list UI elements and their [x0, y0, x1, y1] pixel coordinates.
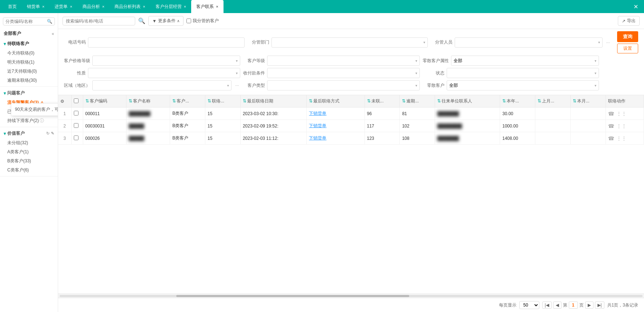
action-contact-icon-1[interactable]: ☎ [608, 111, 614, 117]
advanced-filter-panel: 电话号码 分管部门 ▾ 分管人员 ▾ ··· [58, 29, 644, 95]
action-more-icon-3[interactable]: ⋮⋮ [616, 135, 627, 141]
prev-page-button[interactable]: ◀ [553, 301, 562, 309]
sidebar-all-customers[interactable]: 全部客户 « [0, 28, 58, 39]
horizontal-scrollbar[interactable] [58, 293, 644, 298]
tab-purchase-order[interactable]: 进货单 × [49, 0, 77, 13]
th-code[interactable]: ⇅客户编码 [83, 95, 126, 108]
row-checkbox-1[interactable] [71, 108, 83, 120]
sidebar-item-declining[interactable]: 持续下滑客户(2) ⓘ [0, 116, 58, 125]
payment-arrow: ▾ [415, 71, 417, 75]
th-last-month[interactable]: ⇅上月... [535, 95, 571, 108]
sidebar-group-problem-header[interactable]: ▾ 问题客户 [0, 88, 58, 98]
th-this-year[interactable]: ⇅本年... [500, 95, 535, 108]
th-contact[interactable]: ⇅联络... [205, 95, 241, 108]
row-no-contact-1: 96 [365, 108, 400, 120]
export-button[interactable]: ↗ 导出 [618, 16, 640, 26]
next-page-button[interactable]: ▶ [585, 301, 593, 309]
sidebar-item-ungrouped[interactable]: 未分组(32) [0, 138, 58, 147]
scatter-attr-select[interactable]: 全部 ▾ [451, 56, 599, 66]
price-grade-select[interactable]: ▾ [92, 56, 240, 66]
sidebar-item-c-class[interactable]: C类客户(6) [0, 166, 58, 175]
th-no-contact[interactable]: ⇅未联... [365, 95, 400, 108]
sidebar-item-tomorrow-pending[interactable]: 明天待联络(1) [0, 58, 58, 67]
sidebar-item-b-class[interactable]: B类客户(33) [0, 157, 58, 166]
data-table: ⚙ ⇅客户编码 ⇅客户名称 ⇅客户... [58, 95, 644, 145]
row-overdue-3: 108 [400, 132, 435, 145]
customer-grade-select[interactable]: ▾ [267, 56, 419, 66]
row-last-method-2[interactable]: 下销货单 [307, 120, 365, 132]
region-select[interactable]: ▾ [92, 80, 232, 90]
sidebar-search-box[interactable]: 🔍 [3, 17, 55, 25]
scatter-customer-select[interactable]: 全部 ▾ [447, 80, 599, 90]
page-size-select[interactable]: 50 20 100 [519, 301, 539, 309]
tab-product-analysis-list[interactable]: 商品分析列表 × [109, 0, 150, 13]
more-conditions-button[interactable]: ▼ 更多条件 ∧ [148, 16, 184, 26]
manager-dots[interactable]: ··· [605, 40, 611, 45]
code-sort-icon: ⇅ [85, 98, 89, 104]
sidebar-item-7days-pending[interactable]: 近7天待联络(0) [0, 67, 58, 76]
th-this-month[interactable]: ⇅本月... [570, 95, 605, 108]
region-dots[interactable]: ··· [234, 83, 240, 88]
row-type-3: B类客户 [170, 132, 205, 145]
action-more-icon-2[interactable]: ⋮⋮ [616, 123, 627, 129]
my-customers-checkbox-label[interactable]: 我分管的客户 [186, 18, 219, 24]
phone-input[interactable] [88, 37, 245, 48]
row-last-method-3[interactable]: 下销货单 [307, 132, 365, 145]
sidebar-item-overdue-contact[interactable]: 逾期未联络(30) [0, 76, 58, 85]
action-contact-icon-2[interactable]: ☎ [608, 123, 614, 129]
sidebar: 🔍 全部客户 « ▾ 待联络客户 今天待联络(0) 明天待联络(1) 近7天待联… [0, 13, 58, 312]
filter-search-button[interactable]: 🔍 [138, 17, 145, 24]
scrollbar-thumb[interactable] [176, 295, 410, 297]
tab-product-analysis[interactable]: 商品分析 × [77, 0, 109, 13]
last-page-button[interactable]: ▶| [595, 301, 604, 309]
nature-select[interactable]: ▾ [88, 68, 240, 78]
sidebar-group-value-header[interactable]: ▾ 价值客户 ↻ ✎ [0, 129, 58, 138]
sidebar-item-today-pending[interactable]: 今天待联络(0) [0, 49, 58, 58]
tab-close-purchase-order[interactable]: × [70, 4, 72, 9]
row-code-1: 000011 [83, 108, 126, 120]
tab-customer-contact[interactable]: 客户联系 × [191, 0, 223, 13]
row-overdue-2: 102 [400, 120, 435, 132]
th-type[interactable]: ⇅客户... [170, 95, 205, 108]
tab-close-sales-order[interactable]: × [42, 4, 44, 9]
th-contact-person[interactable]: ⇅往来单位联系人 [435, 95, 500, 108]
pending-group-label: 待联络客户 [7, 41, 29, 47]
tab-close-customer-contact[interactable]: × [216, 4, 218, 9]
status-select[interactable]: ▾ [447, 68, 599, 78]
action-more-icon-1[interactable]: ⋮⋮ [616, 111, 627, 117]
sidebar-group-pending-header[interactable]: ▾ 待联络客户 [0, 39, 58, 49]
sidebar-collapse-icon[interactable]: « [52, 31, 54, 36]
query-button[interactable]: 查询 [617, 31, 638, 42]
filter-search-input[interactable] [63, 17, 135, 25]
window-close-button[interactable]: ✕ [631, 3, 641, 10]
th-last-contact-method[interactable]: ⇅最后联络方式 [307, 95, 365, 108]
payment-select[interactable]: ▾ [267, 68, 419, 78]
th-overdue[interactable]: ⇅逾期... [400, 95, 435, 108]
manager-select[interactable]: ▾ [455, 37, 603, 48]
th-name[interactable]: ⇅客户名称 [126, 95, 170, 108]
first-page-button[interactable]: |◀ [542, 301, 552, 309]
action-contact-icon-3[interactable]: ☎ [608, 135, 614, 141]
value-group-edit-icon[interactable]: ✎ [51, 131, 54, 136]
tab-close-customer-tier[interactable]: × [184, 4, 186, 9]
dept-select[interactable]: ▾ [271, 37, 428, 48]
row-checkbox-2[interactable] [71, 120, 83, 132]
row-last-month-3 [535, 132, 571, 145]
tab-sales-order[interactable]: 销货单 × [22, 0, 49, 13]
tab-close-product-analysis-list[interactable]: × [143, 4, 145, 9]
sidebar-search-input[interactable] [5, 19, 47, 24]
value-group-refresh-icon[interactable]: ↻ [46, 131, 49, 136]
tab-close-product-analysis[interactable]: × [102, 4, 104, 9]
tab-customer-tier[interactable]: 客户分层经营 × [150, 0, 191, 13]
select-all-checkbox[interactable] [74, 98, 79, 103]
tab-home[interactable]: 首页 [3, 0, 22, 13]
row-checkbox-3[interactable] [71, 132, 83, 145]
settings-button[interactable]: 设置 [617, 44, 638, 53]
row-last-method-1[interactable]: 下销货单 [307, 108, 365, 120]
customer-type-select[interactable]: ▾ [267, 80, 419, 90]
sidebar-item-a-class[interactable]: A类客户(1) [0, 147, 58, 157]
th-last-contact-date[interactable]: ⇅最后联络日期 [240, 95, 306, 108]
th-settings[interactable]: ⚙ [58, 95, 71, 108]
th-settings-icon[interactable]: ⚙ [60, 99, 64, 104]
my-customers-checkbox[interactable] [186, 19, 191, 23]
